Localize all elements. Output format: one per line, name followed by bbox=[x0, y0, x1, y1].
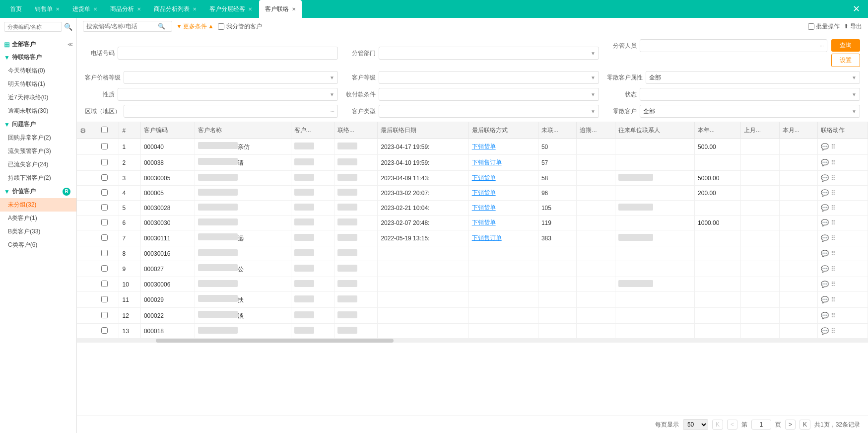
customer-grade-select[interactable]: ▼ bbox=[379, 71, 599, 84]
row-checkbox[interactable] bbox=[98, 201, 119, 216]
close-customer-segment-tab[interactable]: ✕ bbox=[248, 6, 252, 12]
chat-icon[interactable]: 💬 bbox=[821, 327, 829, 335]
more-icon[interactable]: ⠿ bbox=[831, 234, 836, 242]
chat-icon[interactable]: 💬 bbox=[821, 281, 829, 288]
row-check-3[interactable] bbox=[101, 189, 108, 196]
sidebar-item-overdue-pending[interactable]: 逾期未联络(30) bbox=[0, 104, 76, 118]
my-customers-check[interactable] bbox=[218, 23, 224, 30]
sidebar-collapse-icon[interactable]: ≪ bbox=[67, 42, 72, 47]
export-button[interactable]: ⬆ 导出 bbox=[844, 22, 862, 31]
page-number-input[interactable] bbox=[751, 420, 771, 430]
search-input[interactable] bbox=[86, 23, 156, 30]
status-select[interactable]: ▼ bbox=[640, 88, 860, 101]
sidebar-item-7day-pending[interactable]: 近7天待联络(0) bbox=[0, 91, 76, 104]
sidebar-search-input[interactable] bbox=[4, 22, 62, 32]
my-customers-checkbox[interactable]: 我分管的客户 bbox=[218, 22, 262, 31]
sidebar-item-churn-warning[interactable]: 流失预警客户(3) bbox=[0, 144, 76, 158]
more-icon[interactable]: ⠿ bbox=[831, 159, 836, 166]
tab-purchase[interactable]: 进货单 ✕ bbox=[67, 0, 103, 18]
more-conditions-button[interactable]: ▼ 更多条件 ▲ bbox=[176, 22, 214, 31]
row-check-1[interactable] bbox=[101, 159, 108, 165]
close-sales-tab[interactable]: ✕ bbox=[56, 6, 60, 12]
sidebar-pending-group[interactable]: ▼ 待联络客户 bbox=[0, 51, 76, 64]
more-icon[interactable]: ⠿ bbox=[831, 265, 836, 273]
sidebar-all-customers[interactable]: ⊞ 全部客户 ≪ bbox=[0, 36, 76, 51]
row-check-10[interactable] bbox=[101, 296, 108, 302]
sidebar-item-tomorrow-pending[interactable]: 明天待联络(1) bbox=[0, 77, 76, 91]
tab-product-analysis[interactable]: 商品分析 ✕ bbox=[104, 0, 147, 18]
chat-icon[interactable]: 💬 bbox=[821, 219, 829, 226]
chat-icon[interactable]: 💬 bbox=[821, 143, 829, 150]
dept-select[interactable]: ▼ bbox=[379, 47, 599, 60]
tab-product-analysis-list[interactable]: 商品分析列表 ✕ bbox=[148, 0, 202, 18]
row-check-0[interactable] bbox=[101, 143, 108, 149]
more-icon[interactable]: ⠿ bbox=[831, 296, 836, 303]
more-icon[interactable]: ⠿ bbox=[831, 281, 836, 288]
tab-sales[interactable]: 销售单 ✕ bbox=[29, 0, 66, 18]
first-page-button[interactable]: K bbox=[712, 420, 723, 430]
more-icon[interactable]: ⠿ bbox=[831, 250, 836, 257]
chat-icon[interactable]: 💬 bbox=[821, 204, 829, 212]
col-settings[interactable]: ⚙ bbox=[77, 122, 98, 139]
row-checkbox[interactable] bbox=[98, 171, 119, 186]
phone-input[interactable] bbox=[118, 47, 338, 60]
tab-customer-contact[interactable]: 客户联络 ✕ bbox=[259, 0, 302, 18]
sidebar-problem-group[interactable]: ▼ 问题客户 bbox=[0, 118, 76, 131]
sidebar-item-today-pending[interactable]: 今天待联络(0) bbox=[0, 64, 76, 77]
tab-customer-segment[interactable]: 客户分层经客 ✕ bbox=[203, 0, 258, 18]
row-checkbox[interactable] bbox=[98, 292, 119, 308]
tab-home[interactable]: 首页 bbox=[4, 0, 28, 18]
select-all-checkbox[interactable] bbox=[101, 127, 108, 133]
row-checkbox[interactable] bbox=[98, 139, 119, 155]
row-checkbox[interactable] bbox=[98, 324, 119, 339]
row-checkbox[interactable] bbox=[98, 216, 119, 230]
sidebar-item-class-b[interactable]: B类客户(33) bbox=[0, 225, 76, 238]
chat-icon[interactable]: 💬 bbox=[821, 174, 829, 182]
scattered-select[interactable]: 全部 ▼ bbox=[640, 105, 860, 118]
sidebar-item-class-c[interactable]: C类客户(6) bbox=[0, 238, 76, 252]
chat-icon[interactable]: 💬 bbox=[821, 296, 829, 303]
close-customer-contact-tab[interactable]: ✕ bbox=[292, 6, 296, 12]
row-check-5[interactable] bbox=[101, 219, 108, 225]
batch-op-check[interactable] bbox=[808, 23, 814, 30]
more-icon[interactable]: ⠿ bbox=[831, 143, 836, 150]
row-check-11[interactable] bbox=[101, 312, 108, 318]
prev-page-button[interactable]: < bbox=[727, 420, 737, 430]
row-check-4[interactable] bbox=[101, 204, 108, 211]
row-checkbox[interactable] bbox=[98, 230, 119, 246]
chat-icon[interactable]: 💬 bbox=[821, 234, 829, 242]
close-product-analysis-tab[interactable]: ✕ bbox=[137, 6, 141, 12]
last-page-button[interactable]: K bbox=[800, 420, 810, 430]
settings-gear-icon[interactable]: ⚙ bbox=[80, 127, 86, 135]
price-grade-select[interactable]: ▼ bbox=[124, 71, 338, 84]
per-page-select[interactable]: 50 100 bbox=[683, 419, 708, 430]
customer-type-select[interactable]: ▼ bbox=[379, 105, 599, 118]
row-check-12[interactable] bbox=[101, 327, 108, 334]
search-icon[interactable]: 🔍 bbox=[158, 23, 165, 30]
close-purchase-tab[interactable]: ✕ bbox=[93, 6, 97, 12]
sidebar-item-churned[interactable]: 已流失客户(24) bbox=[0, 158, 76, 171]
row-check-9[interactable] bbox=[101, 281, 108, 287]
sidebar-item-class-a[interactable]: A类客户(1) bbox=[0, 212, 76, 225]
row-checkbox[interactable] bbox=[98, 308, 119, 324]
next-page-button[interactable]: > bbox=[785, 420, 796, 430]
sidebar-item-ungrouped[interactable]: 未分组(32) bbox=[0, 198, 76, 212]
row-checkbox[interactable] bbox=[98, 261, 119, 277]
sidebar-item-repurchase-abnormal[interactable]: 回购异常客户(2) bbox=[0, 131, 76, 144]
more-icon[interactable]: ⠿ bbox=[831, 219, 836, 226]
chat-icon[interactable]: 💬 bbox=[821, 312, 829, 319]
region-select[interactable]: ··· bbox=[124, 105, 338, 118]
payment-select[interactable]: ▼ bbox=[379, 88, 599, 101]
sidebar-value-group[interactable]: ▼ 价值客户 R bbox=[0, 185, 76, 198]
sidebar-item-declining[interactable]: 持续下滑客户(2) bbox=[0, 171, 76, 185]
row-checkbox[interactable] bbox=[98, 155, 119, 171]
row-check-2[interactable] bbox=[101, 174, 108, 181]
more-icon[interactable]: ⠿ bbox=[831, 174, 836, 182]
row-check-6[interactable] bbox=[101, 234, 108, 241]
more-icon[interactable]: ⠿ bbox=[831, 189, 836, 197]
row-checkbox[interactable] bbox=[98, 277, 119, 292]
close-product-analysis-list-tab[interactable]: ✕ bbox=[193, 6, 197, 12]
scrollbar-thumb[interactable] bbox=[156, 339, 393, 343]
row-checkbox[interactable] bbox=[98, 186, 119, 201]
chat-icon[interactable]: 💬 bbox=[821, 159, 829, 166]
